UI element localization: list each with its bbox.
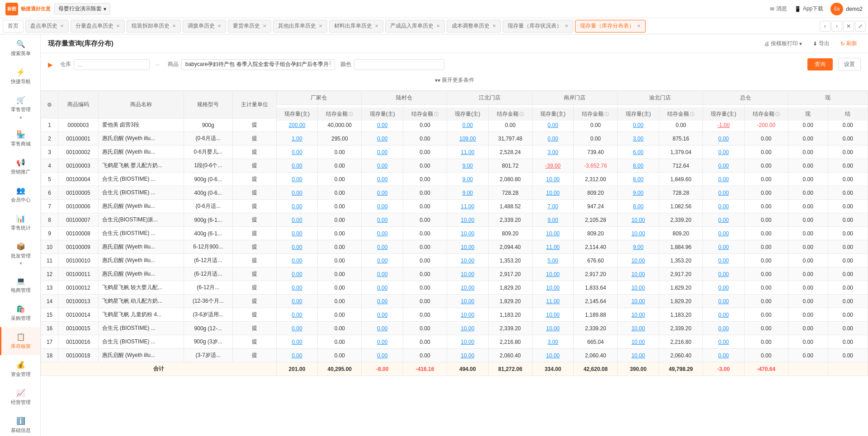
table-cell[interactable]: 3.00 (532, 335, 574, 349)
table-cell[interactable]: 2,105.28 (574, 213, 618, 227)
tab-prev-btn[interactable]: ‹ (820, 21, 830, 32)
table-cell[interactable]: 0.00 (703, 281, 744, 295)
table-cell[interactable]: 10.00 (447, 295, 488, 308)
table-cell[interactable]: 0.00 (788, 132, 828, 145)
tab-7[interactable]: 材料出库单历史 ✕ (329, 20, 383, 33)
table-cell[interactable]: 3.00 (532, 145, 574, 159)
sidebar-item-marketing[interactable]: 📢 营销推广 (0, 153, 40, 181)
table-cell[interactable]: 0.00 (744, 159, 788, 173)
table-cell[interactable]: 0.00 (362, 254, 403, 267)
table-cell[interactable]: 0.00 (318, 200, 362, 213)
table-cell[interactable]: 0.00 (744, 200, 788, 213)
sidebar-item-quicknav[interactable]: ⚡ 快捷导航 (0, 62, 40, 90)
table-cell[interactable]: 2,339.20 (659, 322, 703, 335)
table-cell[interactable]: 0.00 (362, 240, 403, 254)
table-cell[interactable]: 0.00 (403, 227, 447, 240)
table-cell[interactable]: 10.00 (618, 267, 659, 281)
table-cell[interactable]: 0.00 (788, 186, 828, 200)
table-cell[interactable]: 0.00 (788, 281, 828, 295)
table-cell[interactable]: 0.00 (276, 186, 318, 200)
table-cell[interactable]: 0.00 (744, 254, 788, 267)
table-cell[interactable]: 0.00 (703, 186, 744, 200)
close-icon[interactable]: ✕ (375, 23, 378, 28)
table-cell[interactable]: 0.00 (703, 267, 744, 281)
color-input[interactable] (354, 59, 444, 70)
table-cell[interactable]: 0.00 (744, 132, 788, 145)
table-cell[interactable]: 10.00 (532, 186, 574, 200)
warehouse-input[interactable] (74, 59, 150, 70)
table-cell[interactable]: 10.00 (447, 281, 488, 295)
close-icon[interactable]: ✕ (319, 23, 322, 28)
table-cell[interactable]: 0.00 (788, 213, 828, 227)
tab-5[interactable]: 要货单历史 ✕ (228, 20, 271, 33)
table-cell[interactable]: 10.00 (618, 254, 659, 267)
table-cell[interactable]: 1,829.20 (659, 295, 703, 308)
table-cell[interactable]: 0.00 (703, 295, 744, 308)
table-cell[interactable]: 0.00 (318, 173, 362, 186)
table-cell[interactable]: 2,145.64 (574, 295, 618, 308)
table-cell[interactable]: 10.00 (447, 227, 488, 240)
sidebar-item-retail-mgmt[interactable]: 🛒 零售管理 ▲ (0, 90, 40, 125)
table-cell[interactable]: 5.00 (532, 254, 574, 267)
table-cell[interactable]: 2,080.80 (488, 173, 532, 186)
table-cell[interactable]: 0.00 (788, 308, 828, 322)
table-cell[interactable]: 2,917.20 (659, 267, 703, 281)
gear-header[interactable]: ⚙ (41, 91, 58, 118)
table-cell[interactable]: 8.00 (618, 173, 659, 186)
table-cell[interactable]: 0.00 (403, 173, 447, 186)
table-cell[interactable]: 0.00 (828, 254, 868, 267)
table-cell[interactable]: 0.00 (362, 186, 403, 200)
table-cell[interactable]: 0.00 (318, 145, 362, 159)
table-cell[interactable]: 0.00 (276, 240, 318, 254)
table-cell[interactable]: 0.00 (788, 349, 828, 362)
table-cell[interactable]: 809.20 (659, 227, 703, 240)
sidebar-item-retail-stats[interactable]: 📊 零售统计 (0, 209, 40, 237)
sidebar-item-operations[interactable]: 📈 经营管理 (0, 383, 40, 411)
table-cell[interactable]: 10.00 (532, 322, 574, 335)
table-cell[interactable]: 0.00 (828, 145, 868, 159)
table-cell[interactable]: 11.00 (447, 200, 488, 213)
table-cell[interactable]: 2,216.80 (659, 335, 703, 349)
table-cell[interactable]: 9.00 (618, 186, 659, 200)
table-cell[interactable]: 0.00 (276, 200, 318, 213)
sidebar-item-search[interactable]: 🔍 搜索英单 (0, 34, 40, 62)
table-cell[interactable]: 0.00 (703, 200, 744, 213)
table-cell[interactable]: 0.00 (828, 308, 868, 322)
table-cell[interactable]: 0.00 (828, 159, 868, 173)
table-cell[interactable]: 665.04 (574, 335, 618, 349)
table-cell[interactable]: 0.00 (318, 227, 362, 240)
table-cell[interactable]: 0.00 (318, 349, 362, 362)
table-cell[interactable]: 0.00 (362, 267, 403, 281)
table-cell[interactable]: 1,353.20 (488, 254, 532, 267)
tab-11[interactable]: 现存量（库存分布表） ✕ (575, 20, 646, 33)
close-icon[interactable]: ✕ (436, 23, 440, 28)
table-cell[interactable]: 31,797.48 (488, 132, 532, 145)
user-area[interactable]: Ea demo2 (830, 3, 863, 15)
table-cell[interactable]: 0.00 (703, 227, 744, 240)
sidebar-item-members[interactable]: 👥 会员中心 (0, 181, 40, 209)
table-cell[interactable]: 809.20 (574, 227, 618, 240)
table-cell[interactable]: 0.00 (828, 132, 868, 145)
table-cell[interactable]: 1,884.96 (659, 240, 703, 254)
table-cell[interactable]: 10.00 (447, 335, 488, 349)
table-cell[interactable]: 0.00 (362, 200, 403, 213)
table-cell[interactable]: 0.00 (828, 322, 868, 335)
setting-btn[interactable]: 设置 (838, 58, 861, 71)
table-cell[interactable]: 0.00 (744, 213, 788, 227)
table-cell[interactable]: 739.40 (574, 145, 618, 159)
table-cell[interactable]: 0.00 (318, 335, 362, 349)
table-cell[interactable]: 0.00 (703, 240, 744, 254)
export-btn[interactable]: ⬇ 导出 (809, 38, 833, 49)
table-cell[interactable]: 0.00 (362, 132, 403, 145)
table-cell[interactable]: 10.00 (532, 281, 574, 295)
table-cell[interactable]: 0.00 (828, 349, 868, 362)
sidebar-item-finance[interactable]: 💰 资金管理 (0, 355, 40, 383)
table-cell[interactable]: 801.72 (488, 159, 532, 173)
table-cell[interactable]: 11.00 (532, 295, 574, 308)
table-cell[interactable]: 0.00 (318, 308, 362, 322)
table-cell[interactable]: 1,183.20 (488, 308, 532, 322)
table-cell[interactable]: 0.00 (362, 227, 403, 240)
close-icon[interactable]: ✕ (217, 23, 221, 28)
table-cell[interactable]: 10.00 (447, 240, 488, 254)
table-cell[interactable]: 0.00 (276, 295, 318, 308)
